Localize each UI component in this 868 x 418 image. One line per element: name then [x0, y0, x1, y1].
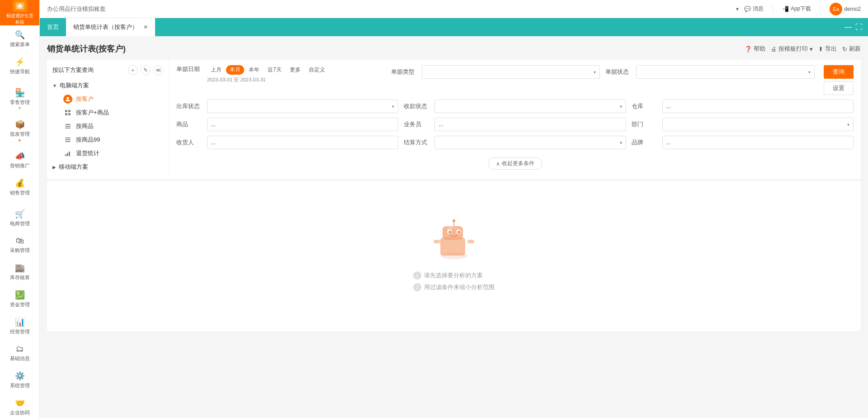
sidebar-item-system[interactable]: ⚙️ 系统管理	[0, 366, 39, 394]
settings-button[interactable]: 设置	[824, 81, 854, 95]
add-scheme-btn[interactable]: ＋	[128, 65, 138, 75]
tab-sales-stat[interactable]: 销货单统计表（按客户） ✕	[66, 18, 155, 36]
hint-num-2: 2	[413, 283, 421, 291]
tree-parent-arrow-desktop: ▼	[52, 83, 57, 88]
left-panel-icons: ＋ ✎ ≪	[128, 65, 163, 75]
app-download-action[interactable]: 📲 App下载	[782, 5, 811, 13]
consignee-field[interactable]: ...	[207, 136, 398, 149]
filter-item-salesperson: 业务员 ...	[404, 118, 626, 131]
sidebar: 畅捷通好生意 标版 🔍 搜索菜单 ⚡ 快捷导航 🏪 零售管理 ▼ 📦 批发管理 …	[0, 0, 40, 418]
query-button[interactable]: 查询	[824, 65, 854, 79]
sidebar-item-retail[interactable]: 🏪 零售管理 ▼	[0, 83, 39, 115]
help-action[interactable]: ❓ 帮助	[745, 45, 765, 53]
sidebar-item-finance[interactable]: 💹 资金管理	[0, 285, 39, 313]
settlement-dropdown[interactable]: ▾	[434, 136, 626, 149]
user-action[interactable]: Ea demo2	[830, 3, 861, 15]
tree-parent-desktop[interactable]: ▼ 电脑端方案	[52, 79, 163, 92]
topbar-dropdown[interactable]: ▾	[736, 6, 739, 12]
product-field[interactable]: ...	[207, 118, 398, 131]
tree-child-by-product[interactable]: 按商品	[52, 119, 163, 133]
sidebar-item-basics[interactable]: 🗂 基础信息	[0, 340, 39, 366]
left-panel-header: 按以下方案查询 ＋ ✎ ≪	[47, 65, 169, 79]
left-panel-title: 按以下方案查询	[52, 66, 94, 74]
print-label: 按模板打印	[778, 45, 808, 53]
receipt-status-label: 收款状态	[404, 102, 431, 110]
svg-point-23	[458, 231, 460, 233]
date-tab-more[interactable]: 更多	[286, 65, 304, 75]
sidebar-item-inventory[interactable]: 🏬 库存核算	[0, 258, 39, 285]
marketing-icon: 📣	[15, 151, 25, 161]
right-panel: 单据日期 上月 本月 本年 近7天 更多 自定义	[169, 60, 861, 179]
sidebar-label-operations: 经营管理	[10, 328, 30, 335]
by-product-label: 按商品	[76, 122, 94, 130]
tab-sales-stat-label: 销货单统计表（按客户）	[73, 23, 138, 31]
date-tab-thismonth[interactable]: 本月	[226, 65, 244, 75]
date-tab-last7days[interactable]: 近7天	[264, 65, 285, 75]
sidebar-item-search[interactable]: 🔍 搜索菜单	[0, 25, 39, 52]
tree-child-by-customer[interactable]: 按客户	[52, 92, 163, 106]
tree-parent-label-mobile: 移动端方案	[59, 163, 88, 171]
sidebar-item-purchase[interactable]: 🛍 采购管理	[0, 232, 39, 258]
print-action[interactable]: 🖨 按模板打印 ▾	[771, 45, 813, 53]
tab-home-label: 首页	[47, 23, 59, 31]
date-tab-thisyear[interactable]: 本年	[245, 65, 263, 75]
brand-field[interactable]: ...	[662, 136, 854, 149]
filter-item-settlement: 结算方式 ▾	[404, 136, 626, 149]
filter-row-1: 单据日期 上月 本月 本年 近7天 更多 自定义	[176, 65, 854, 95]
filter-item-product: 商品 ...	[176, 118, 398, 131]
sidebar-item-sales[interactable]: 💰 销售管理	[0, 174, 39, 201]
date-tab-custom[interactable]: 自定义	[305, 65, 329, 75]
app-logo: 畅捷通好生意 标版	[0, 0, 40, 25]
tree-child-by-customer-product[interactable]: 按客户+商品	[52, 106, 163, 119]
status-dropdown[interactable]: ▾	[636, 65, 815, 79]
sidebar-label-sales: 销售管理	[10, 190, 30, 196]
quicknav-icon: ⚡	[15, 57, 25, 67]
sidebar-item-ecommerce[interactable]: 🛒 电商管理	[0, 204, 39, 232]
sidebar-item-marketing[interactable]: 📣 营销推广	[0, 147, 39, 174]
empty-icon	[427, 217, 481, 262]
export-action[interactable]: ⬆ 导出	[818, 45, 837, 53]
salesperson-field[interactable]: ...	[434, 118, 626, 131]
date-tab-lastmonth[interactable]: 上月	[207, 65, 225, 75]
warehouse-label: 仓库	[632, 102, 659, 110]
refresh-action[interactable]: ↻ 刷新	[842, 45, 861, 53]
by-product-icon	[63, 122, 72, 131]
query-buttons: 查询 设置	[820, 65, 854, 95]
logo-icon	[13, 0, 27, 12]
svg-point-25	[453, 219, 455, 222]
edit-scheme-btn[interactable]: ✎	[141, 65, 151, 75]
refresh-label: 刷新	[849, 45, 861, 53]
warehouse-field[interactable]: ...	[662, 100, 854, 113]
type-dropdown[interactable]: ▾	[422, 65, 600, 79]
sep1	[773, 5, 773, 14]
collapse-panel-btn[interactable]: ≪	[153, 65, 163, 75]
sidebar-item-wholesale[interactable]: 📦 批发管理 ▲	[0, 115, 39, 147]
tree-parent-arrow-mobile: ▶	[52, 165, 56, 170]
content-area: 销货单统计表(按客户) ❓ 帮助 🖨 按模板打印 ▾ ⬆ 导出	[40, 36, 868, 418]
tree-child-by-product-99[interactable]: 按商品99	[52, 133, 163, 147]
out-status-dropdown[interactable]: ▾	[207, 100, 398, 113]
print-icon: 🖨	[771, 46, 777, 52]
hint-text-1: 请先选择要分析的方案	[424, 271, 483, 280]
sidebar-item-quicknav[interactable]: ⚡ 快捷导航	[0, 52, 39, 80]
department-dropdown[interactable]: ▾	[662, 118, 854, 131]
tab-maximize-icon[interactable]: ⛶	[855, 23, 863, 31]
message-action[interactable]: 💬 消息	[744, 5, 764, 13]
sidebar-item-operations[interactable]: 📊 经营管理	[0, 313, 39, 340]
sidebar-label-cooperation: 企业协同	[10, 409, 30, 416]
collapse-button[interactable]: ∧ 收起更多条件	[488, 157, 542, 170]
tree-child-return-stat[interactable]: 退货统计	[52, 147, 163, 160]
sidebar-label-system: 系统管理	[10, 382, 30, 389]
sidebar-label-quicknav: 快捷导航	[10, 68, 30, 75]
date-tabs: 上月 本月 本年 近7天 更多 自定义	[207, 65, 329, 75]
user-avatar: Ea	[830, 3, 842, 15]
sidebar-item-cooperation[interactable]: 🤝 企业协同	[0, 394, 39, 418]
finance-icon: 💹	[15, 290, 25, 300]
tree-parent-mobile[interactable]: ▶ 移动端方案	[52, 160, 163, 174]
receipt-status-dropdown[interactable]: ▾	[434, 100, 626, 113]
sales-icon: 💰	[15, 178, 25, 188]
tab-minimize-icon[interactable]: —	[844, 23, 852, 31]
settlement-label: 结算方式	[404, 138, 431, 147]
tab-close-icon[interactable]: ✕	[143, 24, 148, 30]
tab-home[interactable]: 首页	[40, 18, 66, 36]
